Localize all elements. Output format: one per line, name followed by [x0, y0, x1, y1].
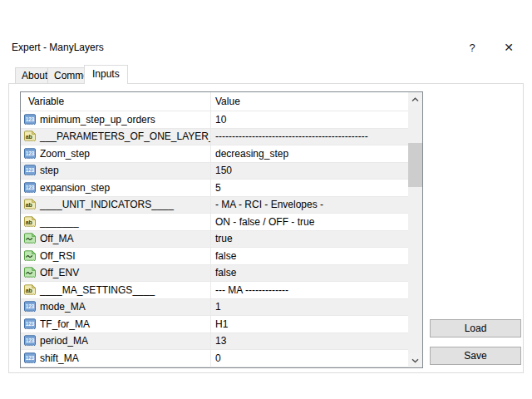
variable-name: mode_MA	[40, 301, 86, 313]
string-ab-icon: ab	[23, 216, 37, 228]
svg-text:ab: ab	[26, 202, 32, 208]
variable-value[interactable]: 1	[211, 299, 408, 316]
load-button[interactable]: Load	[430, 319, 521, 337]
variable-name: ____UNIT_INDICATORS____	[40, 199, 174, 210]
table-row[interactable]: 123TF_for_MAH1	[21, 316, 408, 333]
svg-text:123: 123	[26, 321, 35, 327]
int-123-icon: 123	[23, 301, 37, 313]
int-123-icon: 123	[23, 318, 37, 330]
svg-text:ab: ab	[26, 288, 32, 293]
table-row[interactable]: 123step150	[21, 163, 408, 180]
variable-cell: 123expansion_step	[21, 180, 211, 196]
variable-value[interactable]: 10	[211, 111, 408, 128]
variable-name: minimum_step_up_orders	[40, 114, 155, 126]
table-row[interactable]: ab___PARAMETERS_OF_ONE_LAYER____--------…	[21, 129, 408, 146]
help-button[interactable]: ?	[461, 37, 484, 58]
table-body: 123minimum_step_up_orders10ab___PARAMETE…	[21, 111, 408, 367]
variable-cell: Off_ENV	[21, 265, 211, 282]
variable-name: shift_MA	[40, 352, 79, 364]
expert-properties-dialog: Expert - ManyLayers ? ✕ About Common Inp…	[0, 0, 532, 399]
variable-name: TF_for_MA	[40, 318, 90, 330]
variable-value[interactable]: 0	[211, 350, 408, 367]
window-title: Expert - ManyLayers	[12, 42, 104, 53]
int-123-icon: 123	[23, 352, 37, 364]
table-row[interactable]: 123shift_MA0	[21, 350, 408, 367]
table-row[interactable]: 123minimum_step_up_orders10	[21, 111, 408, 129]
string-ab-icon: ab	[23, 199, 37, 210]
scroll-up-icon[interactable]	[408, 92, 422, 106]
table-row[interactable]: Off_RSIfalse	[21, 248, 408, 265]
column-header-variable[interactable]: Variable	[21, 92, 211, 111]
variable-value[interactable]: false	[211, 265, 408, 282]
svg-text:ab: ab	[26, 134, 32, 140]
svg-text:123: 123	[26, 338, 35, 344]
variable-value[interactable]: 150	[211, 163, 408, 180]
table-row[interactable]: 123expansion_step5	[21, 180, 408, 197]
variable-name: ____MA_SETTINGS____	[40, 284, 155, 296]
inputs-table: Variable Value 123minimum_step_up_orders…	[20, 91, 423, 368]
svg-text:123: 123	[26, 150, 35, 156]
int-123-icon: 123	[23, 148, 37, 160]
svg-text:ab: ab	[26, 219, 32, 225]
variable-value[interactable]: decreasing_step	[211, 145, 408, 162]
table-row[interactable]: ab____MA_SETTINGS____--- MA ------------…	[21, 282, 408, 299]
int-123-icon: 123	[23, 182, 37, 194]
variable-name: Off_MA	[40, 233, 73, 244]
variable-value[interactable]: ON - false / OFF - true	[211, 214, 408, 230]
save-button[interactable]: Save	[430, 347, 521, 365]
bool-chart-icon	[23, 250, 37, 262]
variable-name: ___PARAMETERS_OF_ONE_LAYER____	[40, 131, 211, 142]
vertical-scrollbar[interactable]	[408, 92, 422, 367]
variable-name: Off_ENV	[40, 267, 79, 278]
variable-name: Off_RSI	[40, 250, 75, 262]
variable-value[interactable]: 5	[211, 180, 408, 196]
svg-text:123: 123	[26, 185, 35, 190]
variable-cell: ab____UNIT_INDICATORS____	[21, 197, 211, 214]
int-123-icon: 123	[23, 335, 37, 347]
table-header: Variable Value	[21, 92, 422, 111]
variable-cell: 123TF_for_MA	[21, 316, 211, 332]
table-row[interactable]: Off_ENVfalse	[21, 265, 408, 283]
variable-cell: 123mode_MA	[21, 299, 211, 316]
scrollbar-thumb[interactable]	[408, 143, 422, 187]
variable-cell: ab___PARAMETERS_OF_ONE_LAYER____	[21, 129, 211, 145]
table-row[interactable]: Off_MAtrue	[21, 231, 408, 249]
variable-name: period_MA	[40, 335, 88, 347]
int-123-icon: 123	[23, 114, 37, 126]
variable-value[interactable]	[211, 367, 408, 368]
scroll-down-icon[interactable]	[408, 353, 422, 367]
variable-cell: Off_MA	[21, 231, 211, 248]
variable-name: expansion_step	[40, 182, 110, 194]
table-row[interactable]: ab____UNIT_INDICATORS____- MA - RCI - En…	[21, 197, 408, 214]
inputs-tab-page: Variable Value 123minimum_step_up_orders…	[8, 83, 524, 373]
tab-inputs[interactable]: Inputs	[84, 65, 128, 84]
variable-cell: 123step	[21, 163, 211, 180]
variable-value[interactable]: --- MA -------------	[211, 282, 408, 298]
variable-cell: 123minimum_step_up_orders	[21, 111, 211, 128]
variable-value[interactable]: true	[211, 231, 408, 248]
variable-value[interactable]: - MA - RCI - Envelopes -	[211, 197, 408, 214]
bool-chart-icon	[23, 233, 37, 244]
table-row[interactable]: ab	[21, 367, 408, 368]
variable-cell: 123Zoom_step	[21, 145, 211, 162]
variable-cell: Off_RSI	[21, 248, 211, 264]
column-header-value[interactable]: Value	[211, 92, 422, 111]
svg-text:123: 123	[26, 168, 35, 174]
variable-value[interactable]: 13	[211, 333, 408, 350]
table-row[interactable]: 123mode_MA1	[21, 299, 408, 317]
table-row[interactable]: ab_______ON - false / OFF - true	[21, 214, 408, 231]
table-row[interactable]: 123Zoom_stepdecreasing_step	[21, 145, 408, 163]
variable-value[interactable]: H1	[211, 316, 408, 332]
variable-name: _______	[40, 216, 79, 228]
table-row[interactable]: 123period_MA13	[21, 333, 408, 351]
variable-value[interactable]: false	[211, 248, 408, 264]
variable-value[interactable]: ----------------------------------------…	[211, 129, 408, 145]
variable-cell: ab_______	[21, 214, 211, 230]
variable-cell: ab____MA_SETTINGS____	[21, 282, 211, 298]
close-button[interactable]: ✕	[497, 37, 520, 58]
bool-chart-icon	[23, 267, 37, 278]
variable-cell: 123shift_MA	[21, 350, 211, 367]
variable-name: step	[40, 165, 59, 176]
svg-text:123: 123	[26, 116, 35, 122]
int-123-icon: 123	[23, 165, 37, 176]
